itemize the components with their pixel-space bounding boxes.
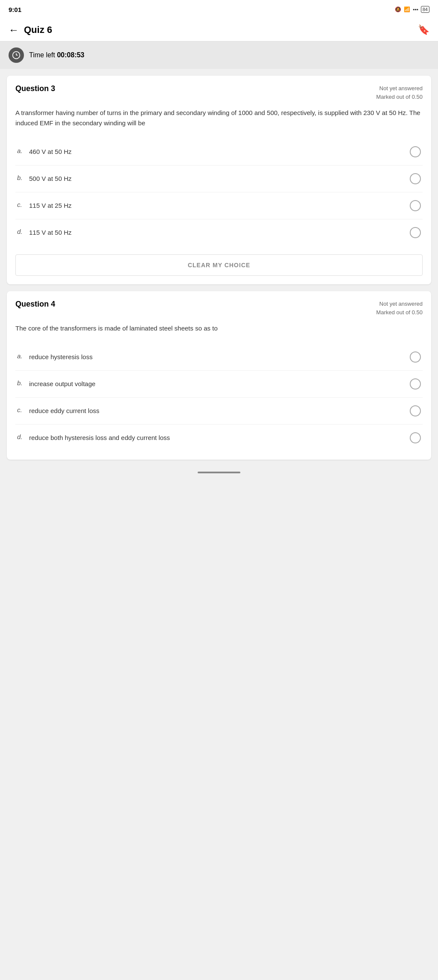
question-4-card: Question 4 Not yet answered Marked out o… [7,291,431,460]
option-4d-text: reduce both hysteresis loss and eddy cur… [29,433,410,443]
question-4-status: Not yet answered Marked out of 0.50 [376,300,423,316]
option-4a-label: a. [17,352,26,360]
option-3c[interactable]: c. 115 V at 25 Hz [15,192,423,219]
app-header: ← Quiz 6 🔖 [0,19,438,41]
option-4b-label: b. [17,379,26,387]
option-4b-radio[interactable] [410,378,421,390]
timer-label: Time left 00:08:53 [29,51,84,59]
option-4a-radio[interactable] [410,351,421,363]
bookmark-button[interactable]: 🔖 [418,24,429,35]
status-bar: 9:01 🔕 📶 ▪▪▪ 84 [0,0,438,19]
timer-value: 00:08:53 [57,51,84,59]
bottom-bar [0,466,438,478]
option-3d-label: d. [17,228,26,235]
question-4-number: Question 4 [15,300,55,309]
option-3a-text: 460 V at 50 Hz [29,147,410,157]
question-3-status: Not yet answered Marked out of 0.50 [376,84,423,101]
status-time: 9:01 [9,6,21,13]
question-3-number: Question 3 [15,84,55,93]
status-icons: 🔕 📶 ▪▪▪ 84 [395,6,429,13]
question-4-header: Question 4 Not yet answered Marked out o… [15,300,423,316]
clock-icon [9,47,24,63]
option-3c-label: c. [17,201,26,208]
mute-icon: 🔕 [395,6,401,12]
header-left: ← Quiz 6 [9,24,52,36]
question-3-options: a. 460 V at 50 Hz b. 500 V at 50 Hz c. 1… [15,139,423,246]
battery-icon: 84 [421,6,429,13]
option-4c-radio[interactable] [410,405,421,416]
option-3b-radio[interactable] [410,173,421,184]
content-area: Question 3 Not yet answered Marked out o… [0,69,438,466]
option-4b[interactable]: b. increase output voltage [15,371,423,398]
option-3b-label: b. [17,174,26,181]
option-4a[interactable]: a. reduce hysteresis loss [15,344,423,371]
option-3a-radio[interactable] [410,146,421,157]
option-3a-label: a. [17,147,26,154]
page-title: Quiz 6 [24,24,52,35]
option-3c-text: 115 V at 25 Hz [29,201,410,211]
option-3a[interactable]: a. 460 V at 50 Hz [15,139,423,165]
option-4c-text: reduce eddy current loss [29,406,410,416]
option-3d[interactable]: d. 115 V at 50 Hz [15,219,423,246]
question-4-text: The core of the transformers is made of … [15,323,423,334]
wifi-icon: 📶 [404,6,410,12]
option-3b[interactable]: b. 500 V at 50 Hz [15,165,423,192]
option-3b-text: 500 V at 50 Hz [29,174,410,184]
signal-icon: ▪▪▪ [413,6,418,12]
option-4b-text: increase output voltage [29,379,410,389]
option-4d[interactable]: d. reduce both hysteresis loss and eddy … [15,425,423,451]
option-4c-label: c. [17,406,26,413]
question-3-card: Question 3 Not yet answered Marked out o… [7,76,431,284]
question-3-header: Question 3 Not yet answered Marked out o… [15,84,423,101]
question-4-options: a. reduce hysteresis loss b. increase ou… [15,344,423,451]
option-4c[interactable]: c. reduce eddy current loss [15,398,423,425]
back-button[interactable]: ← [9,24,19,36]
timer-bar: Time left 00:08:53 [0,41,438,69]
clear-choice-3-button[interactable]: CLEAR MY CHOICE [15,254,423,276]
question-3-text: A transformer having number of turns in … [15,108,423,128]
option-3c-radio[interactable] [410,200,421,211]
option-4a-text: reduce hysteresis loss [29,352,410,362]
option-4d-radio[interactable] [410,432,421,443]
option-3d-text: 115 V at 50 Hz [29,228,410,238]
option-4d-label: d. [17,433,26,440]
option-3d-radio[interactable] [410,227,421,238]
bottom-indicator [198,472,240,473]
